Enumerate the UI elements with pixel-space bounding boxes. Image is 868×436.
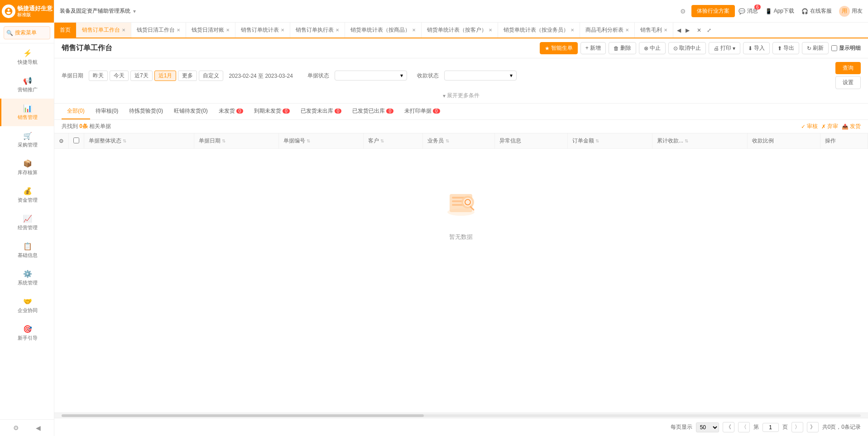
tab-maximize[interactable]: ⤢ xyxy=(705,26,713,34)
select-all-checkbox[interactable] xyxy=(73,137,79,143)
sidebar-item-inventory[interactable]: 📦 库存核算 xyxy=(0,154,54,181)
tab-close-cash-reconcile[interactable]: ✕ xyxy=(226,28,230,33)
message-button[interactable]: 💬 消息 6 xyxy=(739,7,758,15)
first-page-button[interactable]: 《 xyxy=(723,422,734,432)
settings-bottom-btn[interactable]: ⚙ xyxy=(13,424,19,431)
page-number-input[interactable] xyxy=(762,423,779,432)
date-btn-1month[interactable]: 近1月 xyxy=(154,71,177,81)
export-button[interactable]: ⬆ 导出 xyxy=(772,42,799,54)
tab-close-sales-summary-customer[interactable]: ✕ xyxy=(489,28,492,33)
sidebar-item-finance[interactable]: 💰 资金管理 xyxy=(0,181,54,209)
tab-close-sales-summary-staff[interactable]: ✕ xyxy=(571,28,574,33)
show-detail-checkbox-label[interactable]: 显示明细 xyxy=(831,44,861,52)
print-button[interactable]: 🖨 打印 ▾ xyxy=(709,42,740,54)
tab-sales-stats[interactable]: 销售订单统计表 ✕ xyxy=(235,23,290,38)
sidebar-item-marketing[interactable]: 📢 营销推广 xyxy=(0,71,54,99)
tab-close-product-margin[interactable]: ✕ xyxy=(625,28,629,33)
sidebar-item-purchase[interactable]: 🛒 采购管理 xyxy=(0,126,54,154)
sidebar-item-sales[interactable]: 📊 销售管理 xyxy=(0,99,54,126)
tab-sales-summary-customer[interactable]: 销货单统计表（按客户） ✕ xyxy=(422,23,498,38)
tab-close-sales-exec[interactable]: ✕ xyxy=(336,28,339,33)
filter-settings-button[interactable]: 设置 xyxy=(835,76,861,89)
page-title: 销售订单工作台 xyxy=(62,43,112,53)
date-btn-today[interactable]: 今天 xyxy=(110,71,129,81)
ship-button[interactable]: 📤 发货 xyxy=(842,123,861,130)
scrollbar-thumb[interactable] xyxy=(62,414,424,417)
date-btn-custom[interactable]: 自定义 xyxy=(199,71,223,81)
tab-close-sales-workbench[interactable]: ✕ xyxy=(122,28,125,33)
sub-tab-all[interactable]: 全部(0) xyxy=(62,104,90,119)
sub-tab-wangpu-pending[interactable]: 旺铺待发货(0) xyxy=(168,104,213,119)
date-btn-yesterday[interactable]: 昨天 xyxy=(89,71,108,81)
tab-sales-exec[interactable]: 销售订单执行表 ✕ xyxy=(290,23,345,38)
date-btn-7days[interactable]: 近7天 xyxy=(130,71,153,81)
tab-close-cash-daily[interactable]: ✕ xyxy=(177,28,180,33)
column-date[interactable]: 单据日期 ⇅ xyxy=(194,133,278,149)
tab-sales-workbench[interactable]: 销售订单工作台 ✕ xyxy=(77,23,131,38)
cancel-audit-button[interactable]: ✗ 弃审 xyxy=(821,123,838,130)
online-service-button[interactable]: 🎧 在线客服 xyxy=(801,7,832,15)
sidebar-item-newbie[interactable]: 🎯 新手引导 xyxy=(0,319,54,347)
date-btn-more[interactable]: 更多 xyxy=(178,71,197,81)
sidebar-item-operations[interactable]: 📈 经营管理 xyxy=(0,209,54,237)
sub-tab-not-shipped[interactable]: 未发货 0 xyxy=(213,104,249,119)
sub-tab-overdue-not-shipped[interactable]: 到期未发货 0 xyxy=(249,104,295,119)
status-filter-dropdown[interactable]: ▾ xyxy=(335,71,407,81)
tab-sales-summary-staff[interactable]: 销货单统计表（按业务员） ✕ xyxy=(498,23,580,38)
delete-button[interactable]: 🗑 删除 xyxy=(609,42,636,54)
payment-filter-dropdown[interactable]: ▾ xyxy=(444,71,517,81)
column-collected[interactable]: 累计收款... ⇅ xyxy=(652,133,748,149)
last-page-button[interactable]: 》 xyxy=(807,422,819,432)
expand-filter-button[interactable]: ▾ 展开更多条件 xyxy=(443,92,480,100)
stop-button[interactable]: ⊗ 中止 xyxy=(639,42,666,54)
column-salesperson[interactable]: 业务员 ⇅ xyxy=(423,133,495,149)
collapse-sidebar-btn[interactable]: ◀ xyxy=(36,424,41,431)
next-page-button[interactable]: 〉 xyxy=(791,422,803,432)
sidebar-item-quick-nav[interactable]: ⚡ 快捷导航 xyxy=(0,43,54,71)
tab-sales-summary-product[interactable]: 销货单统计表（按商品） ✕ xyxy=(345,23,422,38)
column-number[interactable]: 单据编号 ⇅ xyxy=(279,133,364,149)
app-download-button[interactable]: 📱 App下载 xyxy=(765,7,794,15)
tab-sales-profit[interactable]: 销售毛利 ✕ xyxy=(635,23,673,38)
topbar-gear-icon[interactable]: ⚙ xyxy=(680,8,686,15)
sub-tab-pending-review[interactable]: 待审核(0) xyxy=(90,104,124,119)
sidebar-item-system[interactable]: ⚙️ 系统管理 xyxy=(0,264,54,292)
show-detail-checkbox[interactable] xyxy=(831,45,837,51)
sidebar-item-enterprise[interactable]: 🤝 企业协同 xyxy=(0,292,54,319)
tab-close-current[interactable]: ✕ xyxy=(695,26,703,34)
tab-scroll-right[interactable]: ▶ xyxy=(684,26,691,34)
horizontal-scrollbar[interactable] xyxy=(54,412,868,418)
tab-cash-reconcile[interactable]: 钱货日清对账 ✕ xyxy=(186,23,235,38)
tab-close-sales-profit[interactable]: ✕ xyxy=(664,28,667,33)
sub-tab-shipped-out[interactable]: 已发货已出库 0 xyxy=(347,104,399,119)
audit-button[interactable]: ✓ 审核 xyxy=(801,123,818,130)
system-name-dropdown-icon[interactable]: ▾ xyxy=(133,8,136,14)
tab-cash-daily[interactable]: 钱货日清工作台 ✕ xyxy=(131,23,186,38)
column-amount[interactable]: 订单金额 ⇅ xyxy=(568,133,652,149)
import-button[interactable]: ⬇ 导入 xyxy=(743,42,770,54)
tab-close-sales-stats[interactable]: ✕ xyxy=(281,28,284,33)
sub-tab-not-printed[interactable]: 未打印单据 0 xyxy=(399,104,446,119)
sidebar-item-base-info[interactable]: 📋 基础信息 xyxy=(0,237,54,264)
column-customer[interactable]: 客户 ⇅ xyxy=(364,133,423,149)
user-menu-button[interactable]: 用 用友 xyxy=(839,6,863,17)
refresh-button[interactable]: ↻ 刷新 xyxy=(802,42,829,54)
tab-scroll-left[interactable]: ◀ xyxy=(675,26,683,34)
tab-close-sales-summary-product[interactable]: ✕ xyxy=(412,28,416,33)
per-page-select[interactable]: 10 20 50 100 xyxy=(696,422,719,432)
solution-button[interactable]: 体验行业方案 xyxy=(691,5,735,17)
sub-tab-shipped-not-out[interactable]: 已发货未出库 0 xyxy=(295,104,347,119)
tab-product-margin[interactable]: 商品毛利分析表 ✕ xyxy=(580,23,635,38)
query-button[interactable]: 查询 xyxy=(835,62,861,74)
sub-tab-pending-inspect[interactable]: 待拣货验货(0) xyxy=(124,104,168,119)
print-dropdown-icon[interactable]: ▾ xyxy=(733,45,735,52)
tab-home[interactable]: 首页 xyxy=(54,23,77,38)
sort-icon-amount: ⇅ xyxy=(595,138,599,143)
add-button[interactable]: + 新增 xyxy=(580,42,606,54)
column-settings[interactable]: ⚙ xyxy=(54,133,69,149)
smart-create-button[interactable]: ★ 智能生单 xyxy=(540,42,578,54)
cancel-stop-button[interactable]: ⊙ 取消中止 xyxy=(668,42,706,54)
column-status[interactable]: 单据整体状态 ⇅ xyxy=(84,133,194,149)
prev-page-button[interactable]: 〈 xyxy=(738,422,750,432)
search-menu-button[interactable]: 🔍 搜索菜单 xyxy=(4,26,50,39)
